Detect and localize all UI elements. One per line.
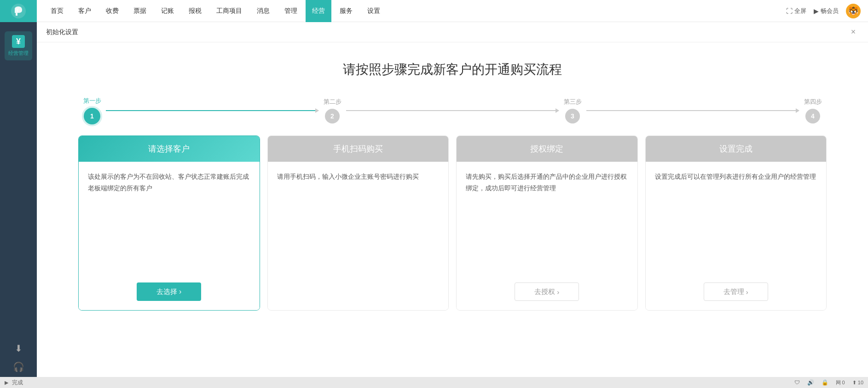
steps-row: 第一步 1 第二步 2 第三步 3 <box>51 97 854 124</box>
step-label-4: 第四步 <box>804 98 822 106</box>
go-select-label: 去选择 <box>156 288 177 296</box>
card-desc-3: 请先购买，购买后选择开通的产品中的企业用户进行授权绑定，成功后即可进行经营管理 <box>466 173 627 192</box>
nav-item-manage[interactable]: 管理 <box>278 0 304 22</box>
step-card-3: 授权绑定 请先购买，购买后选择开通的产品中的企业用户进行授权绑定，成功后即可进行… <box>456 135 638 311</box>
battery-icon: ⬆ 10 <box>852 380 863 386</box>
card-desc-2: 请用手机扫码，输入小微企业主账号密码进行购买 <box>277 173 419 180</box>
step-node-3: 第三步 3 <box>559 98 586 123</box>
nav-item-bill[interactable]: 票据 <box>127 0 153 22</box>
volume-icon: 🔊 <box>807 379 814 386</box>
go-authorize-button[interactable]: 去授权 › <box>515 282 579 301</box>
avatar[interactable]: 🐯 <box>846 4 861 18</box>
main-content: 初始化设置 × 请按照步骤完成新客户的开通购买流程 第一步 1 第二步 2 <box>37 22 868 377</box>
nav-item-account[interactable]: 记账 <box>155 0 180 22</box>
nav-item-bizproject[interactable]: 工商项目 <box>210 0 249 22</box>
play-icon: ▶ <box>814 7 819 15</box>
step-arrow-1 <box>106 110 318 111</box>
status-bar: ▶ 完成 🛡 🔊 🔒 网 0 ⬆ 10 <box>0 377 868 388</box>
go-authorize-label: 去授权 <box>534 288 555 296</box>
card-body-1: 该处展示的客户为不在回收站、客户状态正常建账后完成老板端绑定的所有客户 <box>79 162 260 273</box>
step-num-2: 2 <box>330 112 334 120</box>
top-navigation: 首页 客户 收费 票据 记账 报税 工商项目 消息 管理 经营 服务 设置 ⛶ … <box>37 0 868 22</box>
cards-container: 请选择客户 该处展示的客户为不在回收站、客户状态正常建账后完成老板端绑定的所有客… <box>51 135 854 311</box>
go-select-arrow: › <box>179 288 181 296</box>
download-icon[interactable]: ⬇ <box>15 343 23 354</box>
card-body-3: 请先购买，购买后选择开通的产品中的企业用户进行授权绑定，成功后即可进行经营管理 <box>457 162 637 273</box>
step-card-4: 设置完成 设置完成后可以在管理列表进行所有企业用户的经营管理 去管理 › <box>645 135 827 311</box>
nav-item-tax[interactable]: 报税 <box>182 0 208 22</box>
step-label-3: 第三步 <box>564 98 582 106</box>
card-footer-4: 去管理 › <box>646 273 827 310</box>
fullscreen-icon: ⛶ <box>786 7 793 15</box>
go-authorize-arrow: › <box>557 288 559 296</box>
step-circle-1: 1 <box>84 108 100 124</box>
step-node-2: 第二步 2 <box>318 98 346 123</box>
step-node-4: 第四步 4 <box>799 98 827 123</box>
card-footer-2 <box>268 292 449 310</box>
card-body-4: 设置完成后可以在管理列表进行所有企业用户的经营管理 <box>646 162 827 273</box>
card-footer-1: 去选择 › <box>79 273 260 310</box>
card-body-2: 请用手机扫码，输入小微企业主账号密码进行购买 <box>268 162 449 292</box>
step-arrow-2 <box>346 110 559 111</box>
card-title-3: 授权绑定 <box>530 143 563 154</box>
card-header-3: 授权绑定 <box>457 136 637 162</box>
close-button[interactable]: × <box>848 27 859 38</box>
lock-icon: 🔒 <box>822 379 828 386</box>
step-label-2: 第二步 <box>324 98 341 106</box>
shield-icon: 🛡 <box>794 379 800 386</box>
sidebar-item-label: 经营管理 <box>8 50 29 57</box>
play-status-icon: ▶ <box>5 380 8 386</box>
page-title: 请按照步骤完成新客户的开通购买流程 <box>51 61 854 78</box>
go-select-button[interactable]: 去选择 › <box>137 282 201 301</box>
card-desc-4: 设置完成后可以在管理列表进行所有企业用户的经营管理 <box>655 173 816 180</box>
go-manage-arrow: › <box>746 288 748 296</box>
nav-item-customer[interactable]: 客户 <box>72 0 98 22</box>
nav-item-fee[interactable]: 收费 <box>99 0 125 22</box>
nav-item-operation[interactable]: 经营 <box>306 0 331 22</box>
sidebar: ¥ 经营管理 ⬇ 🎧 <box>0 22 37 377</box>
card-header-4: 设置完成 <box>646 136 827 162</box>
sidebar-item-operation[interactable]: ¥ 经营管理 <box>5 31 32 60</box>
step-circle-3: 3 <box>565 109 580 123</box>
card-title-4: 设置完成 <box>719 143 752 154</box>
step-label-1: 第一步 <box>83 97 101 105</box>
go-manage-label: 去管理 <box>723 288 744 296</box>
card-header-1: 请选择客户 <box>79 136 260 162</box>
step-num-3: 3 <box>571 112 574 120</box>
member-button[interactable]: ▶ 畅会员 <box>814 7 839 15</box>
go-manage-button[interactable]: 去管理 › <box>704 282 768 301</box>
network-status: 网 0 <box>836 379 845 386</box>
nav-item-settings[interactable]: 设置 <box>361 0 387 22</box>
step-circle-2: 2 <box>325 109 340 123</box>
nav-item-service[interactable]: 服务 <box>333 0 359 22</box>
card-title-1: 请选择客户 <box>148 143 190 154</box>
fullscreen-button[interactable]: ⛶ 全屏 <box>786 7 806 15</box>
step-circle-4: 4 <box>805 109 820 123</box>
nav-right: ⛶ 全屏 ▶ 畅会员 🐯 <box>786 4 861 18</box>
svg-text:¥: ¥ <box>16 8 19 13</box>
step-num-1: 1 <box>90 112 94 120</box>
nav-items: 首页 客户 收费 票据 记账 报税 工商项目 消息 管理 经营 服务 设置 <box>44 0 786 22</box>
step-arrow-3 <box>586 110 799 111</box>
card-header-2: 手机扫码购买 <box>268 136 449 162</box>
step-card-1: 请选择客户 该处展示的客户为不在回收站、客户状态正常建账后完成老板端绑定的所有客… <box>78 135 260 311</box>
step-card-2: 手机扫码购买 请用手机扫码，输入小微企业主账号密码进行购买 <box>267 135 449 311</box>
member-label: 畅会员 <box>821 7 839 15</box>
card-desc-1: 该处展示的客户为不在回收站、客户状态正常建账后完成老板端绑定的所有客户 <box>88 173 249 192</box>
nav-item-home[interactable]: 首页 <box>44 0 70 22</box>
sidebar-bottom: ⬇ 🎧 <box>13 343 24 372</box>
app-logo: ¥ <box>0 0 37 22</box>
operation-icon: ¥ <box>12 35 25 48</box>
status-right: 🛡 🔊 🔒 网 0 ⬆ 10 <box>794 379 863 386</box>
setup-content: 请按照步骤完成新客户的开通购买流程 第一步 1 第二步 2 <box>37 42 868 377</box>
fullscreen-label: 全屏 <box>794 7 806 15</box>
card-title-2: 手机扫码购买 <box>333 143 383 154</box>
nav-item-message[interactable]: 消息 <box>250 0 276 22</box>
breadcrumb-bar: 初始化设置 × <box>37 22 868 42</box>
headset-icon[interactable]: 🎧 <box>13 361 24 372</box>
step-num-4: 4 <box>811 112 815 120</box>
status-text: 完成 <box>12 379 23 387</box>
step-node-1: 第一步 1 <box>78 97 106 124</box>
card-footer-3: 去授权 › <box>457 273 637 310</box>
breadcrumb-title: 初始化设置 <box>46 28 78 36</box>
